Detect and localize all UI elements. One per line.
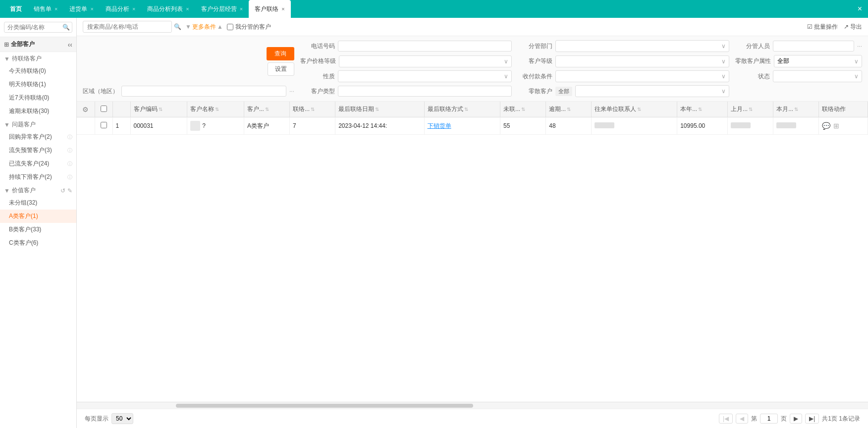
sidebar-group-value[interactable]: ▼ 价值客户 ↺ ✎ [0,184,76,196]
filter-search-icon[interactable]: 🔍 [174,23,181,30]
filter-my-customers[interactable]: 我分管的客户 [227,23,271,31]
batch-op-button[interactable]: ☑ 批量操作 [807,23,838,31]
sidebar-item-repurchase-abnormal[interactable]: 回购异常客户(2) ⓘ [0,130,76,144]
group-label: 价值客户 [12,186,36,195]
th-last-contact-date: 最后联络日期 ⇅ [335,102,424,117]
filter-dots-manager[interactable]: ··· [857,43,862,50]
filter-more-button[interactable]: ▼ 更多条件 ▲ [185,23,223,31]
filter-select-retail-customer[interactable]: ∨ [575,85,729,97]
nav-tab-customer-contact[interactable]: 客户联络 × [249,0,290,18]
sidebar-item-churn-warning[interactable]: 流失预警客户(3) ⓘ [0,144,76,157]
table-row: 1 000031 ? A类客户 7 2023-04-12 14:44: [77,117,868,135]
sidebar-item-ungrouped[interactable]: 未分组(32) [0,196,76,210]
refresh-icon[interactable]: ↺ [60,187,65,194]
page-prev-button[interactable]: ◀ [736,414,748,424]
my-customers-checkbox[interactable] [227,24,233,30]
nav-tab-close[interactable]: × [281,6,284,12]
filter-row-status: 状态 ∨ [735,70,862,82]
td-this-year: 10995.00 [677,117,728,135]
nav-tab-close[interactable]: × [186,6,189,12]
nav-tab-product-list[interactable]: 商品分析列表 × [141,0,195,18]
sidebar-item-a-class[interactable]: A类客户(1) [0,210,76,223]
chat-action-icon[interactable]: 💬 [822,122,830,130]
sort-icon[interactable]: ⇅ [521,107,525,112]
sidebar-item-c-class[interactable]: C类客户(6) [0,236,76,250]
th-unit-contact: 往来单位联系人 ⇅ [592,102,677,117]
page-next-button[interactable]: ▶ [790,414,802,424]
sort-icon[interactable]: ⇅ [567,107,571,112]
sort-icon[interactable]: ⇅ [794,107,798,112]
filter-input-customer-type[interactable] [338,86,512,97]
page-last-button[interactable]: ▶| [805,414,819,424]
sort-icon[interactable]: ⇅ [311,107,315,112]
nav-tab-close[interactable]: × [132,6,135,12]
sort-icon[interactable]: ⇅ [215,107,219,112]
sidebar-item-b-class[interactable]: B类客户(33) [0,223,76,236]
filter-row-dept: 分管部门 ∨ [518,40,729,52]
table-settings-icon[interactable]: ⚙ [77,102,95,117]
filter-select-retail-attr[interactable]: 全部 ∨ [774,55,862,67]
select-all-checkbox[interactable] [101,106,107,112]
filter-select-price-tier[interactable]: ∨ [339,55,512,67]
sidebar-all-customers[interactable]: ⊞ 全部客户 ‹‹ [0,37,76,52]
customer-table: ⚙ 客户编码 ⇅ 客户名称 [77,102,868,135]
sort-icon[interactable]: ⇅ [159,107,163,112]
nav-tab-close[interactable]: × [90,6,93,12]
td-action: 💬 ⊞ [819,117,868,135]
batch-op-area: ☑ 批量操作 ↗ 导出 [807,23,862,31]
filter-select-customer-tier[interactable]: ∨ [555,55,729,67]
sort-icon[interactable]: ⇅ [637,107,641,112]
page-label: 第 [751,415,757,423]
td-customer-type: A类客户 [244,117,289,135]
table-container: ⚙ 客户编码 ⇅ 客户名称 [77,102,868,402]
sort-icon[interactable]: ⇅ [375,107,379,112]
td-this-month [773,117,819,135]
filter-input-region[interactable] [121,86,286,97]
filter-search-input[interactable] [83,21,172,33]
sidebar-item-overdue[interactable]: 逾期未联络(30) [0,105,76,118]
edit-icon[interactable]: ✎ [67,187,72,194]
filter-select-nature[interactable]: ∨ [338,70,512,82]
filter-input-manager[interactable] [773,41,854,52]
filter-label-manager: 分管人员 [735,42,770,51]
nav-tab-purchase[interactable]: 进货单 × [63,0,99,18]
nav-home[interactable]: 首页 [4,0,28,18]
info-icon: ⓘ [67,174,72,181]
grid-action-icon[interactable]: ⊞ [833,122,839,130]
sidebar: 🔍 ⊞ 全部客户 ‹‹ ▼ 待联络客户 今天待联络(0) 明天待联络(1) 近7… [0,18,77,428]
sidebar-group-pending[interactable]: ▼ 待联络客户 [0,52,76,64]
sidebar-item-declining[interactable]: 持续下滑客户(2) ⓘ [0,170,76,184]
query-button[interactable]: 查询 [267,47,294,60]
nav-tab-sales[interactable]: 销售单 × [28,0,63,18]
filter-select-dept[interactable]: ∨ [555,40,729,52]
page-size-select[interactable]: 50 [111,413,133,424]
sort-icon[interactable]: ⇅ [698,107,702,112]
sort-icon[interactable]: ⇅ [749,107,753,112]
filter-dots-region[interactable]: ··· [289,88,294,95]
filter-input-phone[interactable] [338,41,512,52]
row-checkbox[interactable] [101,122,107,128]
nav-tab-customer-tier[interactable]: 客户分层经营 × [195,0,249,18]
filter-label-payment: 收付款条件 [518,72,552,81]
th-checkbox [95,102,112,117]
window-close-icon[interactable]: × [858,4,862,13]
sidebar-item-tomorrow[interactable]: 明天待联络(1) [0,78,76,91]
sidebar-collapse-icon[interactable]: ‹‹ [68,41,72,49]
sort-icon[interactable]: ⇅ [265,107,269,112]
filter-select-status[interactable]: ∨ [773,70,862,82]
nav-tab-close[interactable]: × [54,6,57,12]
export-button[interactable]: ↗ 导出 [844,23,862,31]
sort-icon[interactable]: ⇅ [464,107,468,112]
nav-tab-close[interactable]: × [240,6,243,12]
sidebar-item-churned[interactable]: 已流失客户(24) ⓘ [0,157,76,170]
filter-select-payment[interactable]: ∨ [555,70,729,82]
sidebar-item-7days[interactable]: 近7天待联络(0) [0,91,76,105]
page-number-input[interactable] [760,414,778,424]
sidebar-search-icon[interactable]: 🔍 [62,24,70,31]
last-contact-method-link[interactable]: 下销货单 [428,122,451,129]
settings-button[interactable]: 设置 [268,62,294,76]
page-first-button[interactable]: |◀ [719,414,733,424]
sidebar-group-problem[interactable]: ▼ 问题客户 [0,118,76,130]
sidebar-item-today[interactable]: 今天待联络(0) [0,64,76,78]
nav-tab-product-analysis[interactable]: 商品分析 × [100,0,141,18]
